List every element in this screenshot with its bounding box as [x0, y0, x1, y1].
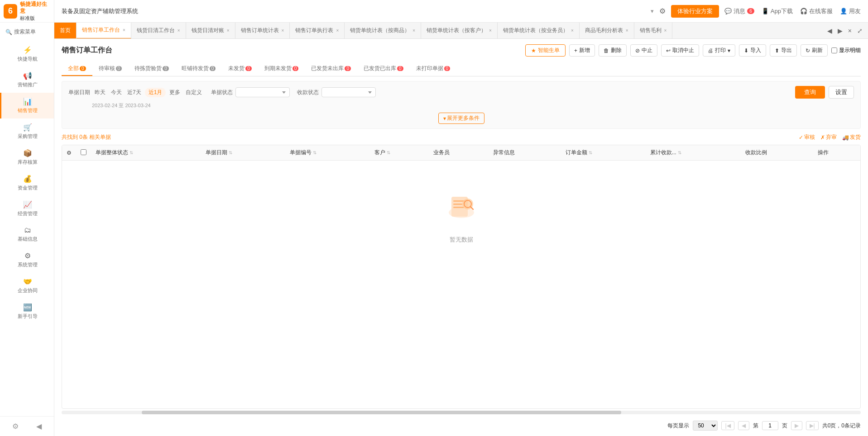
- tab-close-product-margin[interactable]: ×: [626, 28, 628, 33]
- page-size-select[interactable]: 50 100: [693, 421, 718, 431]
- show-detail-checkbox[interactable]: [831, 47, 837, 53]
- tab-close-cash-clear[interactable]: ×: [177, 28, 180, 33]
- add-btn[interactable]: + 新增: [569, 44, 595, 57]
- sort-icon-status[interactable]: ⇅: [129, 150, 133, 155]
- sort-icon-date[interactable]: ⇅: [229, 150, 232, 155]
- sidebar-item-label: 营销推广: [18, 81, 38, 88]
- online-service-btn[interactable]: 🎧 在线客服: [800, 7, 833, 15]
- sub-tab-not-shipped[interactable]: 未发货0: [222, 62, 258, 76]
- sidebar-item-quick-nav[interactable]: ⚡快捷导航: [0, 41, 54, 67]
- sidebar-bottom: ⚙ ◀: [0, 416, 54, 436]
- sort-icon-number[interactable]: ⇅: [313, 150, 317, 155]
- tabs-prev-btn[interactable]: ◀: [825, 26, 834, 35]
- date-opts: 昨天今天近7天近1月更多自定义: [93, 88, 204, 97]
- sub-tab-wangpu-deliver[interactable]: 旺铺待发货0: [175, 62, 222, 76]
- query-btn[interactable]: 查询: [795, 86, 825, 99]
- date-opt-自定义[interactable]: 自定义: [184, 88, 204, 97]
- sort-icon-customer[interactable]: ⇅: [387, 150, 390, 155]
- sidebar-item-inventory[interactable]: 📦库存核算: [0, 144, 54, 170]
- sidebar-item-basic[interactable]: 🗂基础信息: [0, 222, 54, 247]
- tab-close-sales-stat-customer[interactable]: ×: [489, 28, 492, 33]
- next-page-btn[interactable]: ▶: [791, 421, 802, 430]
- tab-sales-stat[interactable]: 销售订单统计表×: [235, 23, 290, 39]
- sub-tab-count: 0: [80, 66, 86, 71]
- tab-close-sales-exec[interactable]: ×: [336, 28, 339, 33]
- tabs-next-btn[interactable]: ▶: [836, 26, 844, 35]
- settings-topbar-icon[interactable]: ⚙: [659, 7, 666, 15]
- review-action-btn[interactable]: ✓ 审核: [799, 133, 815, 141]
- sidebar-item-marketing[interactable]: 📢营销推广: [0, 67, 54, 93]
- tab-product-margin[interactable]: 商品毛利分析表×: [580, 23, 634, 39]
- ship-action-btn[interactable]: 🚚 发货: [842, 133, 861, 141]
- tab-sales-stat-product[interactable]: 销货单统计表（按商品）×: [345, 23, 421, 39]
- tab-sales-workbench[interactable]: 销售订单工作台×: [77, 23, 131, 39]
- prev-page-btn[interactable]: ◀: [738, 421, 749, 430]
- tab-close-sales-gross[interactable]: ×: [664, 28, 667, 33]
- tab-sales-stat-staff[interactable]: 销货单统计表（按业务员）×: [498, 23, 580, 39]
- last-page-btn[interactable]: ▶|: [806, 421, 819, 430]
- th-checkbox[interactable]: [76, 145, 91, 161]
- select-all-checkbox[interactable]: [81, 149, 86, 155]
- user-btn[interactable]: 👤 用友: [840, 7, 861, 15]
- smart-btn[interactable]: ★ 智能生单: [525, 44, 566, 57]
- sidebar-item-system[interactable]: ⚙系统管理: [0, 247, 54, 273]
- tab-close-cash-reconcile[interactable]: ×: [227, 28, 230, 33]
- payment-select[interactable]: [321, 87, 376, 97]
- sub-tab-shipped-out[interactable]: 已发货已出库0: [357, 62, 410, 76]
- sub-tab-shipped-not-out[interactable]: 已发货未出库0: [305, 62, 357, 76]
- solution-btn[interactable]: 体验行业方案: [671, 5, 719, 18]
- collapse-icon[interactable]: ◀: [34, 420, 43, 432]
- scrollbar-track[interactable]: [62, 411, 861, 414]
- print-btn[interactable]: 🖨 打印 ▾: [703, 44, 735, 57]
- cancel-stop-btn[interactable]: ↩ 取消中止: [661, 44, 699, 57]
- message-btn[interactable]: 💬 消息 6: [724, 7, 754, 15]
- show-detail-label[interactable]: 显示明细: [831, 47, 861, 54]
- expand-btn[interactable]: ▾ 展开更多条件: [438, 113, 484, 124]
- tab-close-sales-workbench[interactable]: ×: [123, 28, 125, 33]
- first-page-btn[interactable]: |◀: [721, 421, 734, 430]
- date-opt-昨天[interactable]: 昨天: [93, 88, 107, 97]
- import-btn[interactable]: ⬇ 导入: [739, 44, 766, 57]
- sidebar-search[interactable]: 🔍 搜索菜单: [2, 24, 52, 39]
- tabs-maximize-btn[interactable]: ⤢: [855, 26, 864, 35]
- sidebar-item-collab[interactable]: 🤝企业协同: [0, 273, 54, 299]
- uncheck-action-btn[interactable]: ✗ 弃审: [820, 133, 837, 141]
- sub-tab-not-printed[interactable]: 未打印单据0: [410, 62, 457, 76]
- tab-close-sales-stat[interactable]: ×: [282, 28, 284, 33]
- date-opt-近7天[interactable]: 近7天: [125, 88, 143, 97]
- sub-tab-all[interactable]: 全部0: [62, 62, 92, 76]
- sub-tab-label: 待审核: [99, 65, 115, 71]
- date-opt-今天[interactable]: 今天: [109, 88, 124, 97]
- export-btn[interactable]: ⬆ 导出: [770, 44, 797, 57]
- tab-home[interactable]: 首页: [54, 23, 77, 39]
- tab-close-sales-stat-staff[interactable]: ×: [571, 28, 574, 33]
- refresh-btn[interactable]: ↻ 刷新: [801, 44, 828, 57]
- tab-sales-stat-customer[interactable]: 销货单统计表（按客户）×: [421, 23, 498, 39]
- tab-cash-reconcile[interactable]: 钱货日清对账×: [186, 23, 235, 39]
- delete-btn[interactable]: 🗑 删除: [599, 44, 627, 57]
- th-settings[interactable]: ⚙: [62, 145, 76, 161]
- sidebar-item-sales[interactable]: 📊销售管理: [0, 93, 54, 118]
- settings-icon[interactable]: ⚙: [10, 420, 20, 432]
- stop-btn[interactable]: ⊘ 中止: [630, 44, 657, 57]
- sidebar-item-purchase[interactable]: 🛒采购管理: [0, 118, 54, 144]
- tab-sales-exec[interactable]: 销售订单执行表×: [290, 23, 345, 39]
- sidebar-item-guide[interactable]: 🆕新手引导: [0, 299, 54, 324]
- date-opt-更多[interactable]: 更多: [168, 88, 182, 97]
- date-opt-近1月[interactable]: 近1月: [145, 88, 166, 97]
- sidebar-item-capital[interactable]: 💰资金管理: [0, 170, 54, 196]
- tab-cash-clear[interactable]: 钱货日清工作台×: [131, 23, 186, 39]
- sub-tab-pending-review[interactable]: 待审核0: [92, 62, 129, 76]
- sidebar-item-operations[interactable]: 📈经营管理: [0, 196, 54, 222]
- app-download-btn[interactable]: 📱 App下载: [762, 7, 793, 15]
- sub-tab-pending-inspect[interactable]: 待拣货验货0: [128, 62, 175, 76]
- tabs-close-all-btn[interactable]: ×: [846, 26, 854, 35]
- sub-tab-expire-not-shipped[interactable]: 到期未发货0: [258, 62, 305, 76]
- sort-icon-received[interactable]: ⇅: [678, 150, 681, 155]
- page-input[interactable]: [762, 421, 778, 430]
- setting-btn[interactable]: 设置: [829, 86, 854, 99]
- sort-icon-amount[interactable]: ⇅: [589, 150, 592, 155]
- tab-sales-gross[interactable]: 销售毛利×: [634, 23, 673, 39]
- tab-close-sales-stat-product[interactable]: ×: [412, 28, 415, 33]
- status-select[interactable]: [235, 87, 290, 97]
